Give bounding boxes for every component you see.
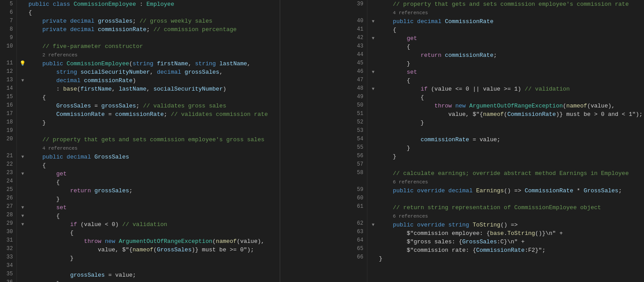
gutter-icon[interactable]: ▼ (369, 17, 377, 26)
line-number: 20 (4, 135, 13, 143)
line-text: $"commission employee: {base.ToString()}… (377, 229, 642, 238)
gutter-icon[interactable]: ▼ (19, 76, 27, 85)
line-text: grossSales = value; (27, 271, 278, 279)
code-line: 4 references (369, 8, 642, 17)
line-number: 46 (354, 68, 363, 76)
gutter-icon[interactable]: ▼ (19, 203, 27, 212)
gutter-icon (19, 85, 27, 93)
code-line: } (369, 254, 642, 263)
line-text: 4 references (377, 8, 642, 17)
code-line (369, 161, 642, 169)
gutter-icon (369, 187, 377, 195)
code-line: ▼ public decimal GrossSales (19, 153, 278, 161)
line-number: 25 (4, 186, 13, 194)
gutter-icon[interactable]: ▼ (19, 220, 27, 229)
line-number: 54 (354, 135, 363, 143)
gutter-icon (19, 119, 27, 127)
gutter-icon[interactable]: 💡 (19, 60, 27, 68)
gutter-icon (369, 212, 377, 221)
gutter-icon (369, 246, 377, 254)
line-number: 17 (4, 110, 13, 118)
gutter-icon[interactable]: ▼ (19, 170, 27, 178)
gutter-icon (19, 51, 27, 60)
line-text: } (377, 254, 642, 263)
line-text: public override decimal Earnings() => Co… (377, 187, 642, 195)
line-text: } (27, 254, 278, 262)
line-text: public override string ToString() => (377, 221, 642, 229)
line-text: get (377, 34, 642, 43)
line-number: 15 (4, 93, 13, 101)
line-text: { (377, 43, 642, 51)
code-line: { (19, 161, 278, 170)
line-text: string socialSecurityNumber, decimal gro… (27, 68, 278, 76)
gutter-icon (19, 135, 27, 144)
gutter-icon (19, 187, 27, 195)
gutter-icon (19, 0, 27, 8)
code-line: ▼ { (19, 212, 278, 220)
line-number: 57 (354, 160, 363, 169)
code-line: } (19, 119, 278, 127)
line-text: public decimal GrossSales (27, 153, 278, 161)
gutter-icon (19, 25, 27, 34)
gutter-icon (369, 60, 377, 68)
line-number: 47 (354, 76, 363, 84)
line-number: 45 (354, 59, 363, 68)
line-text: 6 references (377, 212, 642, 221)
line-text: decimal commissionRate) (27, 76, 278, 85)
line-number: 60 (354, 194, 363, 203)
gutter-icon (369, 0, 377, 8)
gutter-icon[interactable]: ▼ (369, 34, 377, 43)
line-number: 31 (4, 236, 13, 245)
code-line (369, 195, 642, 203)
code-line: commissionRate = value; (369, 135, 642, 144)
code-line: // property that gets and sets commissio… (19, 135, 278, 144)
gutter-icon[interactable]: ▼ (369, 68, 377, 76)
line-text: throw new ArgumentOutOfRangeException(na… (377, 102, 642, 110)
gutter-icon (369, 51, 377, 60)
code-line: throw new ArgumentOutOfRangeException(na… (369, 102, 642, 110)
gutter-icon (369, 238, 377, 246)
code-line: // calculate earnings; override abstract… (369, 169, 642, 178)
gutter-icon (369, 169, 377, 178)
gutter-icon (19, 8, 27, 17)
code-line: // five-parameter constructor (19, 42, 278, 51)
gutter-icon[interactable]: ▼ (19, 153, 27, 161)
code-line: ▼ set (369, 68, 642, 76)
code-line: 💡 public CommissionEmployee(string first… (19, 60, 278, 68)
code-line: { (369, 43, 642, 51)
gutter-icon (19, 102, 27, 110)
line-text: private decimal grossSales; // gross wee… (27, 17, 278, 25)
code-line (369, 127, 642, 135)
gutter-icon[interactable]: ▼ (369, 221, 377, 229)
gutter-icon (19, 42, 27, 51)
line-text: throw new ArgumentOutOfRangeException(na… (27, 237, 278, 246)
line-text: { (27, 229, 278, 237)
code-line: ▼ public decimal CommissionRate (369, 17, 642, 26)
line-number: 62 (354, 219, 363, 228)
line-text: { (377, 26, 642, 34)
line-number: 39 (354, 0, 363, 8)
line-number: · (4, 143, 13, 152)
line-text: { (27, 93, 278, 102)
left-code-area: 5678910·11121314151617181920·21222324252… (0, 0, 280, 282)
code-line: value, $"{nameof(GrossSales)} must be >=… (19, 246, 278, 254)
line-text: 2 references (27, 51, 278, 60)
gutter-icon (19, 34, 27, 42)
code-line: { (19, 178, 278, 187)
code-line: 2 references (19, 51, 278, 60)
line-number: 28 (4, 211, 13, 219)
line-number: 63 (354, 228, 363, 236)
right-code-content: // property that gets and sets commissio… (367, 0, 644, 282)
gutter-icon (369, 152, 377, 161)
gutter-icon (369, 127, 377, 135)
code-line: ▼ get (19, 170, 278, 178)
line-text: return grossSales; (27, 187, 278, 195)
line-text: if (value <= 0 || value >= 1) // validat… (377, 85, 642, 93)
gutter-icon (19, 262, 27, 271)
line-number: 36 (4, 278, 13, 282)
line-number: 40 (354, 17, 363, 25)
line-number: · (354, 211, 363, 219)
gutter-icon[interactable]: ▼ (369, 85, 377, 93)
gutter-icon[interactable]: ▼ (19, 212, 27, 220)
right-line-numbers: 39·4041424344454647484950515253545556575… (350, 0, 367, 282)
